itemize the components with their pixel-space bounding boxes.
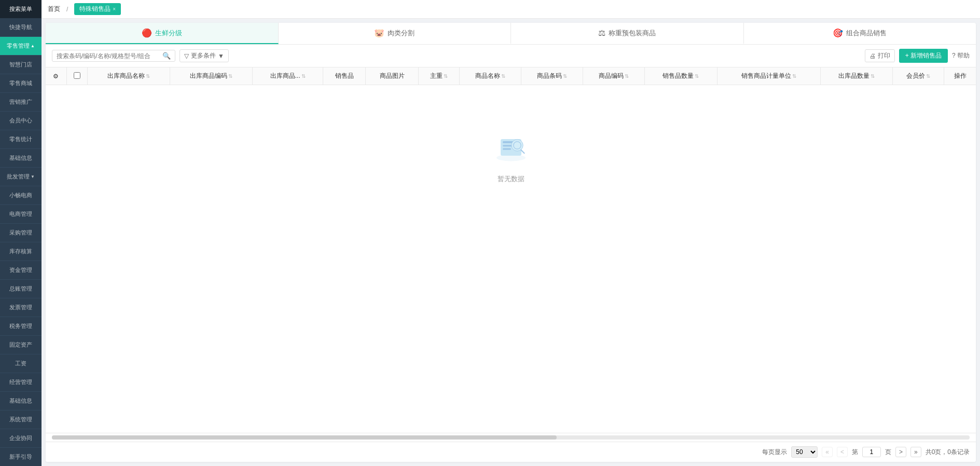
sidebar-item-finance[interactable]: 资金管理 xyxy=(0,261,42,280)
sidebar-item-retail-stats[interactable]: 零售统计 xyxy=(0,130,42,149)
sidebar-item-label: 企业协同 xyxy=(9,435,32,441)
sidebar-item-tax-mgmt[interactable]: 税务管理 xyxy=(0,317,42,336)
sort-icon[interactable]: ⇅ xyxy=(228,73,232,79)
print-label: 打印 xyxy=(878,51,890,60)
sidebar-item-member-center[interactable]: 会员中心 xyxy=(0,112,42,130)
sidebar-item-ecom-mgmt[interactable]: 电商管理 xyxy=(0,205,42,224)
prev-icon: < xyxy=(840,448,844,456)
tab-combo-sales[interactable]: 🎯 组合商品销售 xyxy=(744,23,976,44)
filter-button[interactable]: ▽ 更多条件 ▼ xyxy=(180,49,229,62)
sidebar-item-sales-promo[interactable]: 营销推广 xyxy=(0,93,42,112)
search-box[interactable]: 🔍 xyxy=(52,50,175,62)
th-out-goods-spec: 出库商品... ⇅ xyxy=(253,67,323,85)
breadcrumb-home[interactable]: 首页 xyxy=(48,5,60,13)
table-container: ⚙ 出库商品名称 ⇅ xyxy=(46,67,976,433)
search-icon[interactable]: 🔍 xyxy=(162,52,171,60)
horizontal-scrollbar[interactable] xyxy=(46,433,976,442)
sidebar-item-smart-store[interactable]: 智慧门店 xyxy=(0,56,42,74)
per-page-select[interactable]: 50 10 20 100 xyxy=(791,446,818,458)
print-button[interactable]: 🖨 打印 xyxy=(865,49,895,62)
sidebar-item-fixed-assets[interactable]: 固定资产 xyxy=(0,336,42,354)
help-button[interactable]: ? 帮助 xyxy=(952,51,970,60)
col-label: 商品编码 xyxy=(599,72,624,80)
add-label: + 新增销售品 xyxy=(905,51,942,60)
th-sales-unit: 销售商品计量单位 ⇅ xyxy=(717,67,821,85)
sidebar-item-label: 零售统计 xyxy=(9,136,32,142)
sidebar-item-retail-mgmt[interactable]: 零售管理 ▲ xyxy=(0,37,42,56)
select-all-checkbox[interactable] xyxy=(74,72,80,79)
sidebar-item-quick-nav[interactable]: 快捷导航 xyxy=(0,18,42,37)
sidebar-item-label: 采购管理 xyxy=(9,229,32,236)
main-content: 首页 / 特殊销售品 × 🔴 生鲜分级 🐷 肉类分割 ⚖ 称重预包装商品 xyxy=(42,0,980,466)
sidebar-search[interactable]: 搜索菜单 xyxy=(0,0,42,18)
sort-icon[interactable]: ⇅ xyxy=(926,73,930,79)
search-input[interactable] xyxy=(57,52,160,60)
close-icon[interactable]: × xyxy=(113,6,116,12)
content-area: 🔴 生鲜分级 🐷 肉类分割 ⚖ 称重预包装商品 🎯 组合商品销售 xyxy=(42,19,980,466)
sort-icon[interactable]: ⇅ xyxy=(871,73,875,79)
prev-page-button[interactable]: < xyxy=(837,447,848,457)
empty-text: 暂无数据 xyxy=(498,174,524,184)
printer-icon: 🖨 xyxy=(869,52,876,60)
sidebar-item-retail-mall[interactable]: 零售商城 xyxy=(0,74,42,93)
sort-icon[interactable]: ⇅ xyxy=(501,73,505,79)
sort-icon[interactable]: ⇅ xyxy=(792,73,796,79)
combo-sales-icon: 🎯 xyxy=(833,28,843,38)
sidebar-item-label: 小畅电商 xyxy=(9,192,32,198)
pagination: 每页显示 50 10 20 100 « < 第 页 > xyxy=(46,442,976,462)
sidebar-item-label: 经营管理 xyxy=(9,379,32,385)
col-label: 操作 xyxy=(954,72,967,80)
th-goods-code: 商品编码 ⇅ xyxy=(583,67,645,85)
th-main-weight: 主重 ⇅ xyxy=(419,67,460,85)
col-label: 商品图片 xyxy=(380,72,405,80)
th-actions: 操作 xyxy=(944,67,976,85)
th-checkbox[interactable] xyxy=(66,67,87,85)
help-icon: ? xyxy=(952,52,956,59)
sidebar-item-invoice-mgmt[interactable]: 发票管理 xyxy=(0,298,42,317)
sidebar-item-ops-mgmt[interactable]: 经营管理 xyxy=(0,373,42,392)
sidebar-item-label: 电商管理 xyxy=(9,211,32,217)
tab-weight-pack[interactable]: ⚖ 称重预包装商品 xyxy=(511,23,744,44)
sidebar-item-corp-agreement[interactable]: 企业协同 xyxy=(0,429,42,448)
sort-icon[interactable]: ⇅ xyxy=(563,73,567,79)
sort-icon[interactable]: ⇅ xyxy=(146,73,150,79)
sidebar-item-batch-mgmt[interactable]: 批发管理 ▼ xyxy=(0,168,42,186)
next-page-button[interactable]: > xyxy=(895,447,906,457)
setting-icon: ⚙ xyxy=(53,73,59,80)
col-label: 商品名称 xyxy=(475,72,500,80)
sort-icon[interactable]: ⇅ xyxy=(301,73,306,79)
th-goods-img: 商品图片 xyxy=(366,67,419,85)
sidebar-item-label: 发票管理 xyxy=(9,304,32,310)
sort-icon[interactable]: ⇅ xyxy=(625,73,629,79)
first-page-button[interactable]: « xyxy=(822,447,833,457)
sidebar-item-basic-info2[interactable]: 基础信息 xyxy=(0,392,42,410)
weight-pack-icon: ⚖ xyxy=(598,28,605,38)
th-out-goods-name: 出库商品名称 ⇅ xyxy=(87,67,170,85)
sidebar-item-hr[interactable]: 工资 xyxy=(0,354,42,373)
scroll-thumb[interactable] xyxy=(52,435,557,440)
toolbar-left: 🔍 ▽ 更多条件 ▼ xyxy=(52,49,229,62)
sidebar-item-new-guide[interactable]: 新手引导 xyxy=(0,448,42,466)
col-label: 出库商品... xyxy=(270,72,300,80)
sidebar-item-mini-ecom[interactable]: 小畅电商 xyxy=(0,186,42,205)
tab-meat-cut[interactable]: 🐷 肉类分割 xyxy=(279,23,512,44)
sidebar-item-purchase-mgmt[interactable]: 采购管理 xyxy=(0,224,42,242)
add-sales-button[interactable]: + 新增销售品 xyxy=(899,49,948,63)
sidebar-item-inventory[interactable]: 库存核算 xyxy=(0,242,42,261)
sidebar-item-general-ledger[interactable]: 总账管理 xyxy=(0,280,42,298)
last-page-button[interactable]: » xyxy=(910,447,921,457)
sort-icon[interactable]: ⇅ xyxy=(444,73,448,79)
th-setting[interactable]: ⚙ xyxy=(46,67,66,85)
page-number-input[interactable] xyxy=(862,447,881,457)
sidebar-item-label: 零售商城 xyxy=(9,80,32,86)
col-label: 销售品数量 xyxy=(662,72,694,80)
svg-line-6 xyxy=(521,150,524,153)
sidebar-item-label: 库存核算 xyxy=(9,248,32,254)
tab-fresh-grade[interactable]: 🔴 生鲜分级 xyxy=(46,23,279,44)
empty-illustration xyxy=(490,127,532,168)
sort-icon[interactable]: ⇅ xyxy=(695,73,699,79)
first-icon: « xyxy=(825,448,829,456)
sidebar-item-sys-mgmt[interactable]: 系统管理 xyxy=(0,410,42,429)
active-tab-button[interactable]: 特殊销售品 × xyxy=(74,3,121,15)
sidebar-item-basic-info[interactable]: 基础信息 xyxy=(0,149,42,168)
